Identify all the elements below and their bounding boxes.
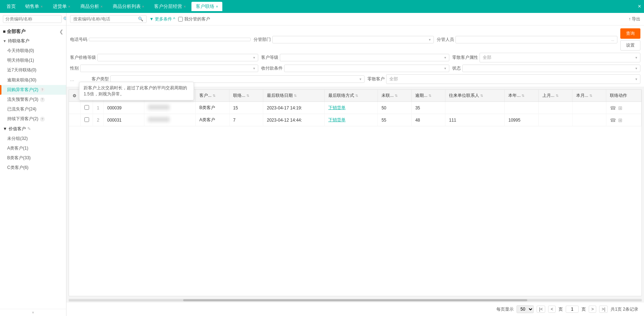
sort-icon[interactable]: ⇅ bbox=[213, 94, 216, 98]
phone-field[interactable] bbox=[89, 38, 251, 41]
search-icon[interactable]: 🔍 bbox=[138, 16, 143, 22]
pending-contact-group[interactable]: ▼ 待联络客户 bbox=[0, 36, 66, 46]
page-label: 页 bbox=[559, 306, 563, 312]
retail-customer-field[interactable]: 全部 ▾ bbox=[386, 74, 640, 84]
col-last-month: 上月... ⇅ bbox=[538, 90, 572, 102]
sort-icon[interactable]: ⇅ bbox=[246, 94, 249, 98]
sort-icon[interactable]: ⇅ bbox=[395, 94, 398, 98]
sort-icon[interactable]: ⇅ bbox=[428, 94, 431, 98]
status-field[interactable]: ▾ bbox=[462, 65, 640, 72]
row-code: 000031 bbox=[103, 114, 144, 126]
all-customers-title[interactable]: ■ 全部客户 ❮ bbox=[0, 25, 66, 36]
sort-icon[interactable]: ⇅ bbox=[294, 94, 297, 98]
settings-button[interactable]: 设置 bbox=[620, 40, 640, 51]
row-uncontacted: 55 bbox=[378, 114, 412, 126]
branch-person-field[interactable]: ... bbox=[455, 36, 617, 43]
sidebar-item-b-class[interactable]: B类客户(33) bbox=[0, 153, 66, 163]
help-icon: ? bbox=[40, 117, 45, 122]
sidebar-item-c-class[interactable]: C类客户(6) bbox=[0, 163, 66, 173]
sidebar-item-tomorrow[interactable]: 明天待联络(1) bbox=[0, 56, 66, 65]
sidebar-item-repurchase-abnormal[interactable]: 回购异常客户(2) ? bbox=[0, 85, 66, 95]
sort-icon[interactable]: ⇅ bbox=[556, 94, 559, 98]
sidebar-item-declining[interactable]: 持续下滑客户(2) ? bbox=[0, 114, 66, 124]
my-customers-checkbox[interactable] bbox=[178, 17, 183, 22]
nav-tab-customer-contact[interactable]: 客户联络 × bbox=[191, 2, 222, 11]
phone-action-icon[interactable]: ☎ bbox=[610, 117, 616, 123]
row-checkbox[interactable] bbox=[84, 105, 89, 110]
nav-tab-sales[interactable]: 销售单 × bbox=[21, 2, 47, 11]
col-last-contact-way: 最后联络方式 ⇅ bbox=[324, 90, 377, 102]
last-contact-way-link[interactable]: 下销货单 bbox=[328, 105, 346, 110]
row-this-year: 10995 bbox=[505, 114, 538, 126]
chevron-up-icon: ^ bbox=[173, 16, 175, 22]
more-action-icon[interactable]: ⊞ bbox=[618, 105, 622, 111]
sidebar-item-today[interactable]: 今天待联络(0) bbox=[0, 46, 66, 56]
nav-tab-purchase[interactable]: 进货单 × bbox=[48, 2, 75, 11]
price-level-field[interactable]: ▾ bbox=[97, 54, 258, 61]
more-action-icon[interactable]: ⊞ bbox=[618, 117, 622, 123]
gender-field[interactable]: ▾ bbox=[80, 65, 258, 72]
main-content: 🔍 ▼ 更多条件 ^ 我分管的客户 ↑ 导出 电话号码 bbox=[66, 13, 644, 316]
more-filters-dots[interactable]: ... bbox=[70, 76, 74, 82]
row-this-year bbox=[505, 102, 538, 114]
help-icon: ? bbox=[40, 87, 45, 92]
retail-attr-field[interactable]: 全部 ▾ bbox=[479, 53, 640, 62]
customer-level-field[interactable]: ▾ bbox=[280, 54, 449, 61]
nav-tab-product-analysis[interactable]: 商品分析 × bbox=[76, 2, 107, 11]
sort-icon[interactable]: ⇅ bbox=[589, 94, 592, 98]
nav-tab-customer-tier[interactable]: 客户分层经营 × bbox=[150, 2, 190, 11]
horizontal-scrollbar[interactable] bbox=[69, 298, 642, 302]
chevron-down-icon: ▾ bbox=[429, 38, 431, 42]
prev-page-button[interactable]: < bbox=[548, 306, 556, 313]
row-action: ☎ ⊞ bbox=[606, 114, 641, 126]
sort-icon[interactable]: ⇅ bbox=[522, 94, 524, 98]
sidebar-item-overdue[interactable]: 逾期未联络(30) bbox=[0, 75, 66, 85]
close-icon[interactable]: × bbox=[142, 5, 144, 9]
payment-field[interactable]: ▾ bbox=[284, 65, 449, 72]
phone-action-icon[interactable]: ☎ bbox=[610, 105, 616, 111]
row-contact-count: 15 bbox=[229, 102, 263, 114]
edit-icon[interactable]: ✎ bbox=[27, 126, 31, 131]
chevron-down-icon: ▾ bbox=[360, 77, 361, 81]
search-icon[interactable]: 🔍 bbox=[63, 16, 66, 22]
sidebar-search-input[interactable] bbox=[3, 15, 62, 23]
row-checkbox[interactable] bbox=[84, 117, 89, 122]
value-group-header[interactable]: ▼ 价值客户 ✎ bbox=[0, 124, 66, 134]
close-icon[interactable]: × bbox=[216, 5, 218, 9]
total-info: 共1页 2条记录 bbox=[611, 306, 638, 312]
close-icon[interactable]: × bbox=[41, 5, 43, 9]
close-icon[interactable]: × bbox=[68, 5, 70, 9]
more-conditions-button[interactable]: ▼ 更多条件 ^ bbox=[149, 16, 175, 22]
sort-icon[interactable]: ⇅ bbox=[480, 94, 483, 98]
sidebar-item-lost[interactable]: 已流失客户(24) bbox=[0, 104, 66, 114]
nav-tab-product-list[interactable]: 商品分析列表 × bbox=[108, 2, 149, 11]
query-button[interactable]: 查询 bbox=[620, 28, 640, 39]
branch-dept-field[interactable]: ▾ bbox=[272, 36, 434, 43]
row-last-contact-date: 2023-04-17 14:19: bbox=[263, 102, 325, 114]
sidebar-item-lost-warning[interactable]: 流失预警客户(3) ? bbox=[0, 95, 66, 104]
gender-label: 性别 bbox=[70, 65, 79, 71]
table-container: ⚙ 客户编码 ⇅ bbox=[69, 89, 642, 296]
last-page-button[interactable]: >| bbox=[599, 306, 608, 313]
collapse-icon[interactable]: ❮ bbox=[59, 29, 63, 34]
row-last-month bbox=[538, 114, 572, 126]
per-page-select[interactable]: 50 bbox=[516, 305, 534, 313]
main-search-input[interactable] bbox=[73, 16, 138, 22]
next-page-button[interactable]: > bbox=[589, 306, 596, 313]
close-all-button[interactable]: × bbox=[638, 3, 641, 10]
sidebar-item-7days[interactable]: 近7天待联络(0) bbox=[0, 65, 66, 75]
first-page-button[interactable]: |< bbox=[537, 306, 545, 313]
sidebar-item-a-class[interactable]: A类客户(1) bbox=[0, 143, 66, 153]
export-button[interactable]: ↑ 导出 bbox=[629, 16, 640, 22]
sort-icon[interactable]: ⇅ bbox=[355, 94, 358, 98]
row-last-month bbox=[538, 102, 572, 114]
chevron-down-icon: ▾ bbox=[635, 77, 637, 81]
last-contact-way-link[interactable]: 下销货单 bbox=[328, 117, 346, 122]
close-icon[interactable]: × bbox=[101, 5, 103, 9]
price-level-label: 客户价格等级 bbox=[70, 55, 96, 61]
close-icon[interactable]: × bbox=[184, 5, 186, 9]
chevron-down-icon: ▾ bbox=[444, 56, 446, 60]
current-page-input[interactable] bbox=[566, 306, 579, 313]
nav-home[interactable]: 首页 bbox=[3, 2, 19, 11]
sidebar-item-ungrouped[interactable]: 未分组(32) bbox=[0, 134, 66, 143]
